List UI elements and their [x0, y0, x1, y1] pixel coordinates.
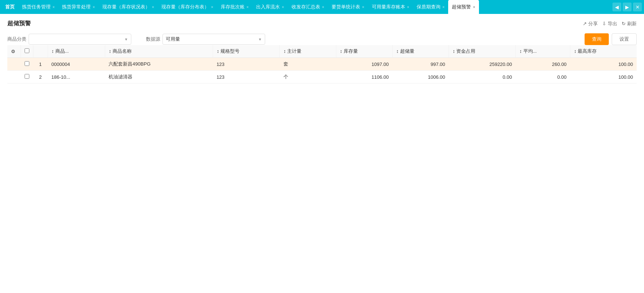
refresh-icon: ↻ — [622, 21, 626, 26]
nav-tab-3[interactable]: 现存量（库存分布表）× — [158, 0, 217, 14]
table-body: 1 0000004 六配套新昌490BPG 123 套 1097.00 997.… — [7, 58, 637, 84]
row-gear-0 — [7, 58, 21, 71]
nav-tab-label-3: 现存量（库存分布表） — [161, 4, 209, 10]
row-unit-0: 套 — [280, 58, 336, 71]
nav-tab-close-10[interactable]: × — [473, 5, 475, 9]
row-spec-0: 123 — [213, 58, 279, 71]
row-spec-1: 123 — [213, 71, 279, 84]
table-row: 2 186-10... 机油滤清器 123 个 1106.00 1006.00 … — [7, 71, 637, 84]
nav-tab-label-8: 可用量库存账本 — [372, 4, 405, 10]
nav-tab-7[interactable]: 要货单统计表× — [328, 0, 368, 14]
row-capital-use-1: 0.00 — [449, 71, 516, 84]
datasource-label: 数据源 — [146, 36, 160, 42]
nav-tab-label-5: 出入库流水 — [256, 4, 280, 10]
col-max-stock[interactable]: ↕ 最高库存 — [570, 45, 637, 58]
nav-tab-5[interactable]: 出入库流水× — [252, 0, 288, 14]
datasource-chevron-icon: ▼ — [258, 37, 262, 41]
nav-tab-1[interactable]: 拣货异常处理× — [58, 0, 98, 14]
row-stock-1: 1106.00 — [336, 71, 392, 84]
col-product-code[interactable]: ↕ 商品... — [48, 45, 105, 58]
col-product-name[interactable]: ↕ 商品名称 — [105, 45, 213, 58]
nav-tab-close-4[interactable]: × — [246, 5, 249, 9]
nav-tab-close-6[interactable]: × — [322, 5, 324, 9]
top-nav: 首页 拣货任务管理×拣货异常处理×现存量（库存状况表）×现存量（库存分布表）×库… — [0, 0, 644, 14]
row-overstock-1: 1006.00 — [392, 71, 449, 84]
nav-tab-label-7: 要货单统计表 — [332, 4, 360, 10]
row-checkbox-cell-0[interactable] — [21, 58, 33, 71]
nav-prev-button[interactable]: ◀ — [612, 3, 621, 11]
row-checkbox-1[interactable] — [25, 74, 29, 79]
row-gear-1 — [7, 71, 21, 84]
col-unit[interactable]: ↕ 主计量 — [280, 45, 336, 58]
row-product-code-0: 0000004 — [48, 58, 105, 71]
nav-next-button[interactable]: ▶ — [623, 3, 632, 11]
page-title: 超储预警 — [7, 20, 31, 27]
row-max-stock-0: 100.00 — [570, 58, 637, 71]
datasource-select[interactable]: 可用量 ▼ — [162, 34, 265, 45]
row-product-name-1: 机油滤清器 — [105, 71, 213, 84]
nav-tab-6[interactable]: 收发存汇总表× — [288, 0, 328, 14]
category-select[interactable]: ▼ — [29, 34, 131, 45]
col-gear[interactable]: ⚙ — [7, 45, 21, 58]
row-checkbox-cell-1[interactable] — [21, 71, 33, 84]
datasource-select-value: 可用量 — [166, 36, 180, 42]
export-button[interactable]: ⇩ 导出 — [602, 21, 617, 27]
row-stock-0: 1097.00 — [336, 58, 392, 71]
nav-tab-close-3[interactable]: × — [211, 5, 213, 9]
col-spec[interactable]: ↕ 规格型号 — [213, 45, 279, 58]
data-table: ⚙ ↕ 商品... ↕ 商品名称 ↕ 规格型号 ↕ 主计量 ↕ — [7, 45, 637, 84]
col-rownum — [33, 45, 48, 58]
nav-home[interactable]: 首页 — [1, 0, 18, 14]
row-unit-1: 个 — [280, 71, 336, 84]
nav-close-button[interactable]: ✕ — [633, 3, 642, 11]
nav-tab-close-9[interactable]: × — [442, 5, 444, 9]
col-capital-use[interactable]: ↕ 资金占用 — [449, 45, 516, 58]
share-button[interactable]: ↗ 分享 — [583, 21, 598, 27]
col-avg[interactable]: ↕ 平均... — [516, 45, 570, 58]
row-num-0: 1 — [33, 58, 48, 71]
nav-tab-label-1: 拣货异常处理 — [62, 4, 91, 10]
nav-tab-close-0[interactable]: × — [52, 5, 55, 9]
col-checkbox — [21, 45, 33, 58]
page-header: 超储预警 ↗ 分享 ⇩ 导出 ↻ 刷新 — [7, 20, 637, 27]
table-header: ⚙ ↕ 商品... ↕ 商品名称 ↕ 规格型号 ↕ 主计量 ↕ — [7, 45, 637, 58]
filter-category-group: 商品分类 ▼ — [7, 34, 131, 45]
nav-tab-0[interactable]: 拣货任务管理× — [18, 0, 58, 14]
row-overstock-0: 997.00 — [392, 58, 449, 71]
row-capital-use-0: 259220.00 — [449, 58, 516, 71]
nav-tab-close-1[interactable]: × — [92, 5, 95, 9]
row-product-code-1: 186-10... — [48, 71, 105, 84]
select-all-checkbox[interactable] — [25, 48, 29, 53]
filter-right-buttons: 查询 设置 — [585, 33, 637, 45]
page-content: 超储预警 ↗ 分享 ⇩ 导出 ↻ 刷新 商品分类 ▼ 数据源 — [0, 14, 644, 293]
table-row: 1 0000004 六配套新昌490BPG 123 套 1097.00 997.… — [7, 58, 637, 71]
row-max-stock-1: 100.00 — [570, 71, 637, 84]
nav-tab-label-0: 拣货任务管理 — [22, 4, 51, 10]
nav-tab-label-10: 超储预警 — [452, 4, 471, 10]
nav-tab-close-8[interactable]: × — [407, 5, 409, 9]
nav-tab-close-5[interactable]: × — [282, 5, 284, 9]
filter-datasource-group: 数据源 可用量 ▼ — [146, 34, 265, 45]
nav-tab-label-4: 库存批次账 — [221, 4, 245, 10]
category-chevron-icon: ▼ — [124, 37, 128, 41]
filter-row: 商品分类 ▼ 数据源 可用量 ▼ 查询 设置 — [7, 33, 637, 45]
settings-button[interactable]: 设置 — [612, 33, 637, 45]
nav-tab-10[interactable]: 超储预警× — [448, 0, 479, 14]
row-product-name-0: 六配套新昌490BPG — [105, 58, 213, 71]
nav-tab-close-7[interactable]: × — [362, 5, 364, 9]
nav-tab-9[interactable]: 保质期查询× — [413, 0, 448, 14]
row-num-1: 2 — [33, 71, 48, 84]
nav-tab-close-2[interactable]: × — [152, 5, 154, 9]
col-stock[interactable]: ↕ 库存量 — [336, 45, 392, 58]
refresh-button[interactable]: ↻ 刷新 — [622, 21, 637, 27]
nav-tab-2[interactable]: 现存量（库存状况表）× — [99, 0, 158, 14]
nav-arrows: ◀ ▶ ✕ — [612, 3, 643, 11]
row-checkbox-0[interactable] — [25, 61, 29, 66]
nav-tab-4[interactable]: 库存批次账× — [217, 0, 252, 14]
export-icon: ⇩ — [602, 21, 606, 26]
query-button[interactable]: 查询 — [585, 33, 609, 45]
nav-tab-8[interactable]: 可用量库存账本× — [368, 0, 413, 14]
row-avg-1: 0.00 — [516, 71, 570, 84]
category-label: 商品分类 — [7, 36, 26, 42]
col-overstock[interactable]: ↕ 超储量 — [392, 45, 449, 58]
